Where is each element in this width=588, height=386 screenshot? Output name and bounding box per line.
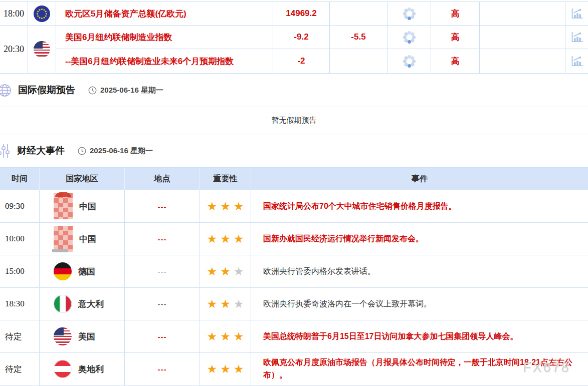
star-icon: ★ <box>207 233 218 245</box>
globe-icon <box>0 84 12 97</box>
star-icon: ★ <box>234 331 244 342</box>
event-country: 中国 <box>40 223 124 255</box>
country-name: 中国 <box>79 201 96 212</box>
holiday-section-title: 国际假期预告 <box>18 84 75 97</box>
event-time: 10:00 <box>0 223 39 255</box>
indicator-country-cell <box>28 2 56 25</box>
event-location: --- <box>125 288 200 320</box>
italy-flag-icon <box>54 295 72 313</box>
published-value: 14969.2 <box>273 2 329 25</box>
clock-icon <box>88 86 97 95</box>
events-section-header: 财经大事件 2025-06-16 星期一 <box>0 134 588 167</box>
star-icon: ★ <box>234 363 244 375</box>
star-icon: ★ <box>220 363 231 375</box>
indicator-name: 美国6月纽约联储制造业指数 <box>56 26 273 49</box>
event-location: --- <box>125 353 200 385</box>
country-name: 中国 <box>79 233 96 245</box>
star-icon: ★ <box>234 298 244 310</box>
economic-data-table: 18:00 欧元区5月储备资产总额(亿欧元) 14969.2 高 20:30 <box>0 2 588 74</box>
star-icon: ★ <box>234 233 244 245</box>
star-icon: ★ <box>220 266 231 277</box>
star-icon: ★ <box>234 266 244 277</box>
importance-stars: ★★★ <box>200 255 251 287</box>
star-icon: ★ <box>207 298 218 310</box>
indicator-country-cell <box>28 26 56 73</box>
events-table: 时间 国家地区 地点 重要性 事件 09:30中国---★★★国家统计局公布70… <box>0 167 588 386</box>
event-time: 待定 <box>0 353 39 385</box>
importance-stars: ★★★ <box>200 288 251 320</box>
chart-cell <box>565 49 588 73</box>
previous-value-cell <box>387 2 431 25</box>
loading-spinner-icon <box>408 36 411 39</box>
event-row: 18:30意大利---★★★欧洲央行执委奇波洛内在一个会议上致开幕词。 <box>0 288 588 320</box>
country-name: 意大利 <box>78 298 104 310</box>
clock-icon <box>78 147 86 155</box>
event-text: 欧洲央行管委内格尔发表讲话。 <box>251 255 588 287</box>
importance-stars: ★★★ <box>200 190 251 222</box>
star-icon: ★ <box>220 298 231 310</box>
event-country: 德国 <box>40 255 124 287</box>
header-country: 国家地区 <box>40 168 124 190</box>
indicator-name: 欧元区5月储备资产总额(亿欧元) <box>56 2 273 25</box>
importance-stars: ★★★ <box>200 353 251 385</box>
event-country: 美国 <box>40 320 124 352</box>
event-time: 待定 <box>0 320 39 352</box>
bar-chart-icon[interactable] <box>570 55 583 67</box>
bar-chart-icon[interactable] <box>570 31 583 43</box>
fx678-watermark: FX678 <box>523 360 570 375</box>
affect-cell <box>480 49 565 73</box>
forecast-value <box>330 2 387 25</box>
importance-level: 高 <box>431 26 479 49</box>
importance-level: 高 <box>431 2 479 25</box>
affect-cell <box>480 26 565 49</box>
event-text: 国新办就国民经济运行情况举行新闻发布会。 <box>251 223 588 255</box>
no-holiday-message: 暂无假期预告 <box>0 107 588 134</box>
country-name: 美国 <box>78 331 95 342</box>
indicator-time: 20:30 <box>0 26 28 73</box>
star-icon: ★ <box>220 201 231 212</box>
event-time: 15:00 <box>0 255 39 287</box>
country-name: 奥地利 <box>78 363 104 375</box>
event-location: --- <box>125 320 200 352</box>
event-row: 待定奥地利---★★★欧佩克公布月度原油市场报告（月报具体公布时间待定，一般于北… <box>0 353 588 385</box>
event-location: --- <box>125 255 200 287</box>
event-row: 待定美国---★★★美国总统特朗普于6月15日至17日访问加拿大参加七国集团领导… <box>0 320 588 352</box>
previous-value-cell <box>387 26 431 49</box>
usa-flag-icon <box>34 41 50 58</box>
eu-flag-icon <box>34 6 50 22</box>
star-icon: ★ <box>207 363 218 375</box>
china-flag-censored <box>54 193 73 219</box>
event-text: 国家统计局公布70个大中城市住宅销售价格月度报告。 <box>251 190 588 222</box>
header-location: 地点 <box>125 168 200 190</box>
star-icon: ★ <box>207 266 218 277</box>
event-row: 15:00德国---★★★欧洲央行管委内格尔发表讲话。 <box>0 255 588 287</box>
forecast-value: -5.5 <box>330 26 387 49</box>
published-value: -9.2 <box>273 26 329 49</box>
importance-stars: ★★★ <box>200 223 251 255</box>
china-flag-censored <box>54 226 73 252</box>
chart-cell <box>565 2 588 25</box>
chart-cell <box>565 26 588 49</box>
holiday-section-date: 2025-06-16 星期一 <box>88 86 163 95</box>
event-time: 18:30 <box>0 288 39 320</box>
published-value: -2 <box>273 49 329 73</box>
event-country: 奥地利 <box>40 353 124 385</box>
header-event: 事件 <box>251 168 588 190</box>
star-icon: ★ <box>220 233 231 245</box>
event-country: 意大利 <box>40 288 124 320</box>
austria-flag-icon <box>54 360 72 378</box>
usa-flag-icon <box>54 327 72 345</box>
bar-chart-icon[interactable] <box>570 8 583 20</box>
event-text: 欧洲央行执委奇波洛内在一个会议上致开幕词。 <box>251 288 588 320</box>
timeline-icon <box>0 144 11 158</box>
importance-stars: ★★★ <box>200 320 251 352</box>
event-text: 美国总统特朗普于6月15日至17日访问加拿大参加七国集团领导人峰会。 <box>251 320 588 352</box>
event-time: 09:30 <box>0 190 39 222</box>
affect-cell <box>480 2 565 25</box>
event-row: 10:00中国---★★★国新办就国民经济运行情况举行新闻发布会。 <box>0 223 588 255</box>
events-table-header: 时间 国家地区 地点 重要性 事件 <box>0 168 588 190</box>
importance-level: 高 <box>431 49 479 73</box>
previous-value-cell <box>387 49 431 73</box>
forecast-value <box>330 49 387 73</box>
event-country: 中国 <box>40 190 124 222</box>
